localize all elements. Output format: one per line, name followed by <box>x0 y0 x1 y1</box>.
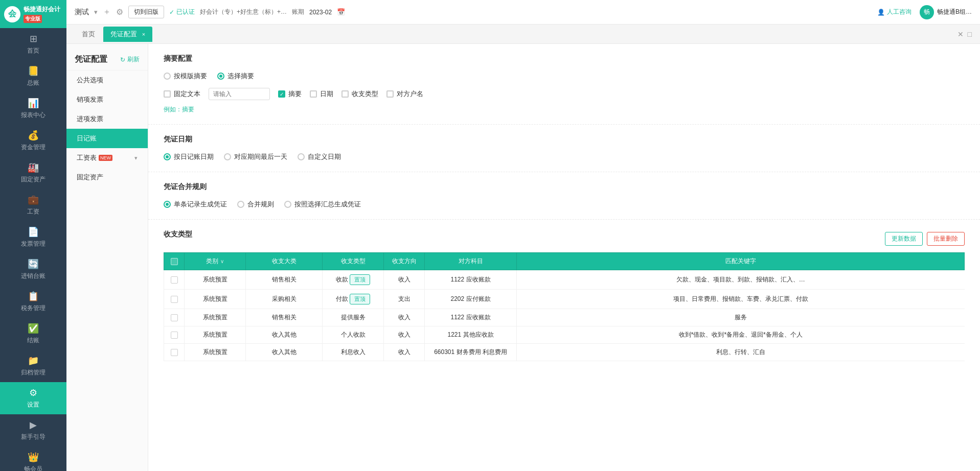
top-tag[interactable]: 置顶 <box>350 294 370 304</box>
invoice-mgmt-icon: 📄 <box>28 226 39 238</box>
topbar: 测试 ▾ ＋ ⚙ 切到旧版 ✓ 已认证 好会计（专）+好生意（标）+… 账期 2… <box>66 0 980 25</box>
select-all-checkbox[interactable] <box>171 258 178 265</box>
row-checkbox[interactable] <box>171 314 178 321</box>
refresh-btn[interactable]: ↻ 刷新 <box>120 55 140 64</box>
td-direction: 收入 <box>384 344 425 361</box>
update-data-btn[interactable]: 更新数据 <box>885 232 923 246</box>
tabbar: 首页 凭证配置 × ✕ □ <box>66 25 980 44</box>
checkbox-label-type: 收支类型 <box>352 89 378 99</box>
left-menu-label: 固定资产 <box>77 173 103 182</box>
th-check[interactable] <box>164 253 185 270</box>
topbar-period-label: 账期 <box>292 8 304 16</box>
checkbox-counterpart[interactable]: 对方户名 <box>386 89 423 99</box>
row-checkbox[interactable] <box>171 332 178 339</box>
summary-checkbox-row: 固定文本 摘要 日期 收支类型 <box>164 88 965 100</box>
sort-arrow-icon[interactable]: ∨ <box>220 258 224 264</box>
fixed-text-input[interactable] <box>209 88 270 100</box>
radio-select-summary[interactable]: 选择摘要 <box>217 72 254 81</box>
consult-icon: 👤 <box>877 9 885 16</box>
td-direction: 收入 <box>384 309 425 326</box>
sidebar-item-settings[interactable]: ⚙ 设置 <box>0 382 66 414</box>
tab-home[interactable]: 首页 <box>75 27 102 42</box>
topbar-tags: 好会计（专）+好生意（标）+… <box>200 8 287 16</box>
payroll-icon: 💼 <box>28 194 39 205</box>
expense-section-title: 收支类型 <box>164 230 192 239</box>
td-keyword: 欠款、现金、项目款、到款、报销款、汇入、… <box>517 270 965 290</box>
radio-custom-date[interactable]: 自定义日期 <box>298 152 341 161</box>
new-badge: NEW <box>99 155 112 161</box>
radio-circle-select <box>217 73 224 80</box>
th-category: 类别 ∨ <box>185 253 246 270</box>
top-tag[interactable]: 置顶 <box>350 274 370 285</box>
radio-single-record[interactable]: 单条记录生成凭证 <box>164 200 227 209</box>
batch-delete-btn[interactable]: 批量删除 <box>927 232 965 246</box>
sidebar-item-reports[interactable]: 📊 报表中心 <box>0 92 66 125</box>
row-checkbox[interactable] <box>171 349 178 356</box>
td-type: 个人收款 <box>323 326 384 344</box>
summary-radio-group: 按模版摘要 选择摘要 <box>164 72 965 81</box>
radio-select-summary[interactable]: 按照选择汇总生成凭证 <box>284 200 361 209</box>
sidebar-item-fixed-assets[interactable]: 🏭 固定资产 <box>0 157 66 189</box>
sidebar-item-purchase-sales[interactable]: 🔄 进销台账 <box>0 253 66 286</box>
td-account: 660301 财务费用 利息费用 <box>425 344 517 361</box>
left-menu-label: 销项发票 <box>77 95 103 104</box>
maximize-window-btn[interactable]: □ <box>968 30 972 38</box>
sidebar-item-payroll[interactable]: 💼 工资 <box>0 189 66 221</box>
td-check <box>164 344 185 361</box>
checkbox-box-date <box>310 90 317 98</box>
radio-period-last[interactable]: 对应期间最后一天 <box>224 152 287 161</box>
main-area: 测试 ▾ ＋ ⚙ 切到旧版 ✓ 已认证 好会计（专）+好生意（标）+… 账期 2… <box>66 0 980 471</box>
left-menu-item-fixed-assets[interactable]: 固定资产 <box>66 168 148 187</box>
radio-template-summary[interactable]: 按模版摘要 <box>164 72 207 81</box>
sidebar-item-label: 结账 <box>27 336 39 345</box>
tab-close-btn[interactable]: × <box>142 31 145 37</box>
logo-sub: 专业版 <box>24 15 42 23</box>
fixed-assets-icon: 🏭 <box>28 162 39 173</box>
radio-merge-rule[interactable]: 合并规则 <box>237 200 274 209</box>
user-menu[interactable]: 畅 畅捷通B组… <box>920 5 972 19</box>
row-checkbox[interactable] <box>171 296 178 303</box>
sidebar-item-guide[interactable]: ▶ 新手引导 <box>0 414 66 446</box>
radio-circle-period-last <box>224 153 231 160</box>
calendar-icon[interactable]: 📅 <box>337 8 345 16</box>
sidebar-item-archive[interactable]: 📁 归档管理 <box>0 350 66 382</box>
th-direction: 收支方向 <box>384 253 425 270</box>
summary-section: 摘要配置 按模版摘要 选择摘要 固定文本 <box>148 44 980 125</box>
td-big-type: 销售相关 <box>246 270 323 290</box>
topbar-dropdown-arrow[interactable]: ▾ <box>94 8 98 16</box>
expense-table-body: 系统预置 销售相关 收款 置顶 收入 1122 应收账款 欠款、现金、项目款、到… <box>164 270 965 361</box>
tab-voucher-config[interactable]: 凭证配置 × <box>103 27 152 42</box>
left-menu-item-public[interactable]: 公共选项 <box>66 70 148 90</box>
checkbox-fixed-text[interactable]: 固定文本 <box>164 89 200 99</box>
th-account: 对方科目 <box>425 253 517 270</box>
sidebar-item-ledger[interactable]: 📒 总账 <box>0 60 66 92</box>
sidebar-item-invoice-mgmt[interactable]: 📄 发票管理 <box>0 221 66 253</box>
checkbox-type[interactable]: 收支类型 <box>341 89 378 99</box>
radio-label-merge: 合并规则 <box>247 200 274 209</box>
left-menu-label: 日记账 <box>77 134 97 143</box>
sidebar-item-tax[interactable]: 📋 税务管理 <box>0 286 66 318</box>
checkbox-summary[interactable]: 摘要 <box>278 89 302 99</box>
left-menu-item-sales-invoice[interactable]: 销项发票 <box>66 90 148 109</box>
td-big-type: 收入其他 <box>246 344 323 361</box>
sidebar-item-home[interactable]: ⊞ 首页 <box>0 28 66 60</box>
td-check <box>164 270 185 290</box>
sidebar-item-settlement[interactable]: ✅ 结账 <box>0 318 66 350</box>
sidebar-item-funds[interactable]: 💰 资金管理 <box>0 125 66 157</box>
close-window-btn[interactable]: ✕ <box>958 30 964 38</box>
topbar-settings-btn[interactable]: ⚙ <box>116 7 123 17</box>
switch-version-btn[interactable]: 切到旧版 <box>128 6 164 18</box>
sidebar-item-member[interactable]: 👑 畅会员 <box>0 446 66 471</box>
topbar-add-btn[interactable]: ＋ <box>103 7 111 17</box>
row-checkbox[interactable] <box>171 276 178 284</box>
radio-journal-date[interactable]: 按日记账日期 <box>164 152 214 161</box>
td-direction: 收入 <box>384 326 425 344</box>
left-menu-item-payroll[interactable]: 工资表 NEW ▾ <box>66 148 148 168</box>
left-menu-item-purchase-invoice[interactable]: 进项发票 <box>66 109 148 129</box>
checkbox-date[interactable]: 日期 <box>310 89 333 99</box>
radio-label-select: 选择摘要 <box>227 72 254 81</box>
consult-btn[interactable]: 👤 人工咨询 <box>877 8 911 16</box>
left-menu-label: 工资表 <box>77 153 97 162</box>
td-account: 1122 应收账款 <box>425 309 517 326</box>
left-menu-item-journal[interactable]: 日记账 <box>66 129 148 148</box>
